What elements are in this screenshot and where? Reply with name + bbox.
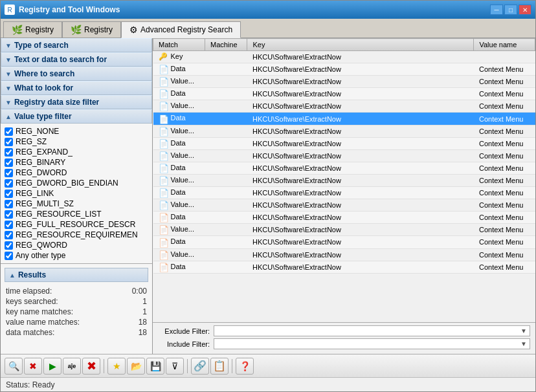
checkbox-any-other[interactable]: Any other type	[3, 250, 150, 261]
search-button[interactable]: 🔍	[5, 358, 23, 375]
table-row[interactable]: 📄Data HKCU\Software\ExtractNow Context M…	[153, 212, 535, 224]
checkbox-REG_DWORD[interactable]: REG_DWORD	[3, 168, 150, 178]
favorites-button[interactable]: ★	[107, 358, 126, 375]
save-button[interactable]: 💾	[146, 358, 164, 375]
table-row[interactable]: 📄Data HKCU\Software\ExtractNow Context M…	[153, 137, 535, 149]
abc-button[interactable]: aĵe	[63, 358, 81, 375]
checkbox-REG_RESOURCE_LIST-input[interactable]	[5, 210, 13, 219]
filter-button[interactable]: ⊽	[166, 358, 184, 375]
section-registry-size[interactable]: ▼ Registry data size filter	[1, 95, 152, 109]
checkbox-REG_SZ[interactable]: REG_SZ	[3, 136, 150, 147]
cell-value-name: Context Menu	[474, 261, 535, 273]
help-button[interactable]: ❓	[236, 358, 254, 375]
cell-value-name: Context Menu	[474, 236, 535, 248]
results-header[interactable]: ▲ Results	[5, 268, 148, 282]
table-row[interactable]: 🔑Key HKCU\Software\ExtractNow	[153, 51, 535, 63]
cell-value-name: Context Menu	[474, 174, 535, 186]
table-row[interactable]: 📄Value... HKCU\Software\ExtractNow Conte…	[153, 100, 535, 113]
delete-button[interactable]: ✖	[82, 358, 100, 375]
checkbox-REG_LINK[interactable]: REG_LINK	[3, 188, 150, 199]
section-value-type[interactable]: ▲ Value type filter	[1, 109, 152, 124]
table-row[interactable]: 📄Value... HKCU\Software\ExtractNow Conte…	[153, 125, 535, 137]
table-row[interactable]: 📄Data HKCU\Software\ExtractNow Context M…	[153, 236, 535, 248]
checkbox-REG_BINARY-input[interactable]	[5, 158, 13, 167]
collapse-icon3: ▼	[5, 71, 12, 78]
open-button[interactable]: 📂	[127, 358, 145, 375]
checkbox-REG_DWORD_BIG[interactable]: REG_DWORD_BIG_ENDIAN	[3, 178, 150, 188]
table-row[interactable]: 📄Data HKCU\Software\ExtractNow Context M…	[153, 261, 535, 273]
checkbox-REG_QWORD-input[interactable]	[5, 241, 13, 250]
checkbox-REG_DWORD-input[interactable]	[5, 169, 13, 177]
checkbox-REG_BINARY[interactable]: REG_BINARY	[3, 157, 150, 168]
checkbox-REG_RESOURCE_REQ-input[interactable]	[5, 231, 13, 239]
tab-registry1[interactable]: 🌿 Registry	[3, 21, 62, 38]
table-row[interactable]: 📄Data HKCU\Software\ExtractNow Context M…	[153, 88, 535, 100]
checkbox-REG_FULL-input[interactable]	[5, 221, 13, 229]
separator1	[104, 359, 104, 373]
checkbox-REG_MULTI_SZ[interactable]: REG_MULTI_SZ	[3, 199, 150, 209]
checkbox-REG_NONE[interactable]: REG_NONE	[3, 126, 150, 136]
section-where-to-search[interactable]: ▼ Where to search	[1, 67, 152, 81]
close-button[interactable]: ✕	[519, 5, 531, 15]
section-value-label: Value type filter	[14, 112, 72, 121]
checkbox-REG_FULL[interactable]: REG_FULL_RESOURCE_DESCR	[3, 219, 150, 230]
data-icon-red: 📄	[159, 250, 169, 259]
cell-match: 📄Data	[153, 162, 205, 174]
checkbox-REG_MULTI_SZ-input[interactable]	[5, 200, 13, 208]
table-row[interactable]: 📄Data HKCU\Software\ExtractNow Context M…	[153, 162, 535, 174]
cell-value-name: Context Menu	[474, 199, 535, 212]
table-row[interactable]: 📄Value... HKCU\Software\ExtractNow Conte…	[153, 174, 535, 186]
result-valmatch-label: value name matches:	[6, 318, 80, 327]
checkbox-any-other-input[interactable]	[5, 252, 13, 260]
data-icon: 📄	[159, 201, 169, 210]
data-icon-red: 📄	[159, 213, 169, 222]
go-button[interactable]: ▶	[43, 358, 61, 375]
app-icon: R	[5, 5, 15, 15]
tab-advanced-registry[interactable]: ⚙ Advanced Registry Search	[121, 21, 241, 38]
exclude-dropdown-arrow: ▼	[520, 327, 527, 334]
checkbox-REG_LINK-input[interactable]	[5, 190, 13, 198]
checkbox-REG_RESOURCE_REQ[interactable]: REG_RESOURCE_REQUIREMEN	[3, 230, 150, 240]
result-keys-value: 1	[142, 297, 147, 306]
checkbox-REG_QWORD[interactable]: REG_QWORD	[3, 240, 150, 250]
table-row[interactable]: 📄Data HKCU\Software\ExtractNow Context M…	[153, 187, 535, 199]
exclude-filter-dropdown[interactable]: ▼	[214, 325, 530, 336]
checkbox-REG_EXPAND-input[interactable]	[5, 148, 13, 157]
minimize-button[interactable]: ─	[490, 5, 503, 15]
link-button[interactable]: 🔗	[191, 358, 209, 375]
table-row[interactable]: 📄Value... HKCU\Software\ExtractNow Conte…	[153, 149, 535, 162]
cell-key: HKCU\Software\ExtractNow	[247, 100, 474, 113]
cell-machine	[205, 199, 247, 212]
stop-button[interactable]: ✖	[24, 358, 42, 375]
table-row[interactable]: 📄Data HKCU\Software\ExtractNow Context M…	[153, 113, 535, 125]
cell-match: 📄Data	[153, 187, 205, 199]
table-row[interactable]: 📄Data HKCU\Software\ExtractNow Context M…	[153, 63, 535, 76]
include-filter-dropdown[interactable]: ▼	[214, 338, 530, 349]
table-row[interactable]: 📄Value... HKCU\Software\ExtractNow Conte…	[153, 76, 535, 88]
table-row[interactable]: 📄Value... HKCU\Software\ExtractNow Conte…	[153, 224, 535, 236]
table-row[interactable]: 📄Value... HKCU\Software\ExtractNow Conte…	[153, 248, 535, 261]
maximize-button[interactable]: □	[504, 5, 517, 15]
tab-registry2[interactable]: 🌿 Registry	[62, 21, 121, 38]
data-icon-red: 📄	[159, 225, 169, 234]
section-what-to-look-for[interactable]: ▼ What to look for	[1, 81, 152, 95]
cell-match: 📄Value...	[153, 125, 205, 137]
checkbox-REG_NONE-label: REG_NONE	[16, 127, 59, 136]
checkbox-REG_MULTI_SZ-label: REG_MULTI_SZ	[16, 199, 74, 208]
cell-value-name: Context Menu	[474, 113, 535, 125]
copy-button[interactable]: 📋	[210, 358, 229, 375]
result-datamatch-value: 18	[139, 328, 147, 337]
result-keymatch-label: key name matches:	[6, 307, 73, 316]
checkbox-REG_SZ-input[interactable]	[5, 138, 13, 146]
checkbox-REG_EXPAND[interactable]: REG_EXPAND_	[3, 147, 150, 157]
section-type-of-search[interactable]: ▼ Type of search	[1, 38, 152, 52]
checkbox-REG_RESOURCE_LIST[interactable]: REG_RESOURCE_LIST	[3, 209, 150, 219]
table-row[interactable]: 📄Value... HKCU\Software\ExtractNow Conte…	[153, 199, 535, 212]
checkbox-REG_DWORD_BIG-input[interactable]	[5, 179, 13, 188]
checkbox-REG_NONE-input[interactable]	[5, 127, 13, 136]
tab-bar: 🌿 Registry 🌿 Registry ⚙ Advanced Registr…	[1, 19, 535, 38]
section-text-or-data[interactable]: ▼ Text or data to search for	[1, 52, 152, 67]
results-table-container[interactable]: Match Machine Key Value name 🔑Key HKCU\S…	[153, 38, 535, 322]
cell-key: HKCU\Software\ExtractNow	[247, 199, 474, 212]
cell-machine	[205, 51, 247, 63]
